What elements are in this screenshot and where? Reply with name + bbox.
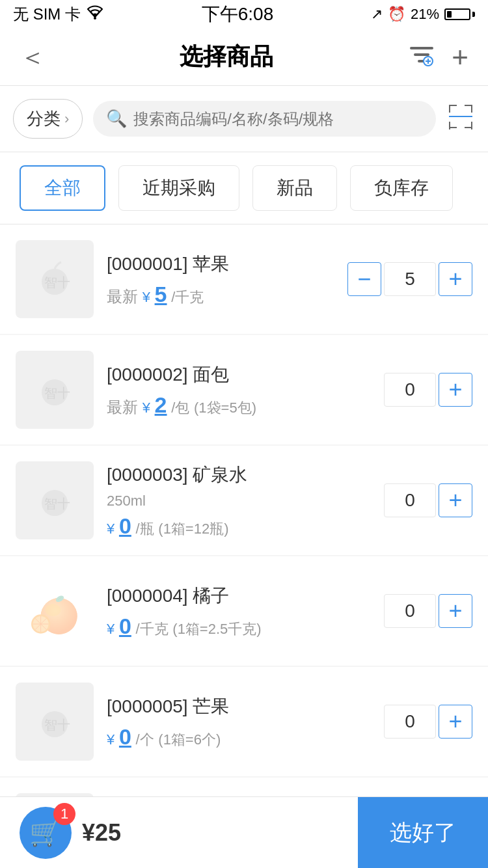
product-spec: 250ml [107,493,371,509]
tab-all[interactable]: 全部 [20,165,105,211]
product-price: 最新 ¥ 2 /包 (1袋=5包) [107,392,371,418]
stepper: + [384,373,472,407]
page-title: 选择商品 [180,41,273,73]
product-list: 智十 [0000001] 苹果 最新 ¥ 5 /千克 − + 智十 [ [0,224,488,868]
svg-text:智十: 智十 [44,496,70,511]
stepper: + [384,705,472,739]
increment-button[interactable]: + [439,705,472,739]
cart-badge: 1 [53,803,75,825]
tab-negative[interactable]: 负库存 [350,165,453,211]
nav-icons: + [407,41,468,74]
carrier-text: 无 SIM 卡 [13,4,81,25]
filter-icon[interactable] [407,42,436,72]
category-button[interactable]: 分类 › [13,99,83,139]
product-name: [0000001] 苹果 [107,252,334,277]
svg-rect-8 [449,105,450,113]
wifi-icon [86,5,104,23]
product-name: [0000002] 面包 [107,362,371,387]
tab-row: 全部 近期采购 新品 负库存 [0,152,488,224]
product-price: ¥ 0 /瓶 (1箱=12瓶) [107,513,371,539]
table-row: 智十 [0000001] 苹果 最新 ¥ 5 /千克 − + [0,224,488,334]
quantity-input[interactable] [384,373,436,407]
product-info: [0000003] 矿泉水 250ml ¥ 0 /瓶 (1箱=12瓶) [107,463,371,539]
quantity-input[interactable] [384,594,436,628]
increment-button[interactable]: + [439,594,472,628]
svg-rect-15 [449,116,472,117]
product-price: ¥ 0 /千克 (1箱=2.5千克) [107,614,371,639]
svg-rect-10 [471,105,472,113]
table-row: 智十 [0000002] 面包 最新 ¥ 2 /包 (1袋=5包) + [0,335,488,444]
svg-point-0 [94,17,96,20]
svg-point-24 [45,604,61,616]
product-name: [0000004] 橘子 [107,584,371,608]
search-icon: 🔍 [106,109,127,129]
product-info: [0000001] 苹果 最新 ¥ 5 /千克 [107,252,334,307]
quantity-input[interactable] [384,262,436,296]
tab-recent[interactable]: 近期采购 [118,165,239,211]
product-image: 智十 [16,240,94,318]
quantity-input[interactable] [384,705,436,739]
increment-button[interactable]: + [439,373,472,407]
tab-new[interactable]: 新品 [252,165,337,211]
svg-rect-2 [414,53,429,56]
cart-button[interactable]: 🛒 1 [20,807,72,859]
status-left: 无 SIM 卡 [13,4,104,25]
cart-total: ¥25 [82,819,121,847]
product-image: 智十 [16,351,94,429]
chevron-right-icon: › [64,111,69,128]
battery-icon [444,8,475,20]
cart-section: 🛒 1 ¥25 [0,807,358,859]
product-info: [0000004] 橘子 ¥ 0 /千克 (1箱=2.5千克) [107,584,371,639]
product-image [16,572,94,650]
back-button[interactable]: ＜ [20,39,46,75]
product-name: [0000005] 芒果 [107,694,371,719]
stepper: − + [347,262,472,296]
svg-rect-14 [471,122,472,129]
search-box: 🔍 [93,101,436,137]
decrement-button[interactable]: − [347,262,381,296]
increment-button[interactable]: + [439,262,472,296]
svg-text:智十: 智十 [44,718,70,732]
status-right: ↗ ⏰ 21% [371,6,475,23]
product-price: 最新 ¥ 5 /千克 [107,282,334,307]
product-name: [0000003] 矿泉水 [107,463,371,487]
location-icon: ↗ [371,6,383,23]
quantity-input[interactable] [384,483,436,517]
stepper: + [384,594,472,628]
battery-percent: 21% [411,6,439,23]
add-icon[interactable]: + [452,41,468,74]
stepper: + [384,483,472,517]
product-info: [0000002] 面包 最新 ¥ 2 /包 (1袋=5包) [107,362,371,418]
status-time: 下午6:08 [202,2,274,27]
bottom-bar: 🛒 1 ¥25 选好了 [0,796,488,868]
svg-rect-12 [449,122,450,129]
table-row: 智十 [0000003] 矿泉水 250ml ¥ 0 /瓶 (1箱=12瓶) + [0,446,488,555]
confirm-button[interactable]: 选好了 [358,797,488,869]
svg-text:智十: 智十 [44,275,70,290]
search-input[interactable] [133,110,423,128]
product-image: 智十 [16,461,94,539]
table-row: 智十 [0000005] 芒果 ¥ 0 /个 (1箱=6个) + [0,667,488,776]
table-row: [0000004] 橘子 ¥ 0 /千克 (1箱=2.5千克) + [0,556,488,666]
svg-rect-1 [410,47,433,49]
product-price: ¥ 0 /个 (1箱=6个) [107,724,371,750]
product-image: 智十 [16,683,94,761]
filter-row: 分类 › 🔍 [0,86,488,152]
category-label: 分类 [27,107,61,130]
increment-button[interactable]: + [439,483,472,517]
status-bar: 无 SIM 卡 下午6:08 ↗ ⏰ 21% [0,0,488,29]
product-info: [0000005] 芒果 ¥ 0 /个 (1箱=6个) [107,694,371,750]
scan-icon[interactable] [446,102,475,135]
svg-text:智十: 智十 [44,386,70,400]
nav-bar: ＜ 选择商品 + [0,29,488,86]
alarm-icon: ⏰ [388,6,405,23]
